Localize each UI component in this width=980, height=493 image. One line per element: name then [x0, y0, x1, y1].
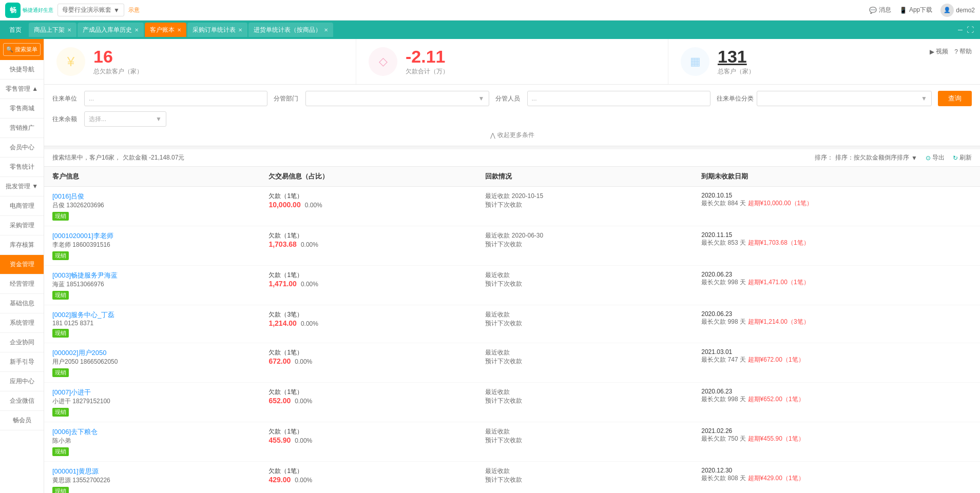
tab-close-purchase-order[interactable]: ✕ — [238, 27, 242, 33]
supplier-label: 往来单位 — [52, 94, 81, 103]
debt-amount[interactable]: 455.90 — [268, 436, 291, 444]
tag-green: 现销 — [52, 447, 69, 456]
card2-icon: ◇ — [369, 47, 397, 76]
customer-name-link[interactable]: [000001]黄思源 — [52, 467, 99, 475]
sidebar-item-quick-nav[interactable]: 快捷导航 — [0, 60, 44, 80]
table-row: [000002]用户2050 用户2050 18665062050 现销 欠款（… — [44, 343, 980, 383]
customer-name-link[interactable]: [0001020001]李老师 — [52, 232, 113, 240]
supplier-type-select[interactable]: ▼ — [757, 91, 932, 106]
table-row: [0016]吕俊 吕俊 13026203696 现销 欠款（1笔） 10,000… — [44, 187, 980, 226]
supplier-input[interactable]: ... — [84, 91, 267, 106]
card1-label: 总欠款客户（家） — [93, 67, 143, 76]
overdue-amount-link[interactable]: 超期¥672.00（1笔） — [748, 356, 804, 363]
message-btn[interactable]: 💬 消息 — [869, 6, 891, 14]
card3-video-btn[interactable]: ▶ 视频 — [930, 47, 948, 56]
debt-amount[interactable]: 672.00 — [268, 357, 291, 365]
tab-customer-account[interactable]: 客户账本 ✕ — [145, 23, 186, 37]
customer-name-link[interactable]: [000002]用户2050 — [52, 349, 107, 357]
logo-text: 畅捷通好生意 — [23, 7, 53, 13]
summary-card-3: ▦ 131 总客户（家） ▶ 视频 ? 帮助 — [668, 39, 980, 84]
app-selector[interactable]: 母婴行业演示账套 ▼ — [57, 4, 124, 16]
sort-select[interactable]: 排序： 排序：按欠款金额倒序排序 ▼ — [815, 153, 917, 162]
table-row: [0002]服务中心_丁磊 181 0125 8371 现销 欠款（3笔） 1,… — [44, 305, 980, 343]
sidebar-item-retail-stats[interactable]: 零售统计 — [0, 157, 44, 177]
customer-name-link[interactable]: [0003]畅捷服务尹海蓝 — [52, 271, 118, 279]
tab-bar-expand[interactable]: ⛶ — [967, 26, 974, 34]
sidebar-item-purchase-mgmt[interactable]: 采购管理 — [0, 216, 44, 235]
collapse-btn[interactable]: ⋀ 收起更多条件 — [490, 131, 534, 140]
sidebar-item-retail-store[interactable]: 零售商城 — [0, 99, 44, 119]
summary-card-1: ¥ 16 总欠款客户（家） — [44, 39, 356, 84]
tag-green: 现销 — [52, 212, 69, 221]
tab-product-off[interactable]: 商品上下架 ✕ — [29, 23, 76, 37]
card1-number: 16 — [93, 48, 143, 65]
card1-icon: ¥ — [56, 47, 85, 76]
tab-close-product-off[interactable]: ✕ — [67, 27, 71, 33]
sidebar-item-enterprise-coop[interactable]: 企业协同 — [0, 333, 44, 352]
sidebar-item-inventory[interactable]: 库存核算 — [0, 235, 44, 255]
debt-amount[interactable]: 429.00 — [268, 476, 291, 484]
debt-amount[interactable]: 1,471.00 — [268, 280, 297, 288]
person-label: 分管人员 — [495, 94, 524, 103]
overdue-amount-link[interactable]: 超期¥1,471.00（1笔） — [748, 279, 810, 286]
overdue-amount-link[interactable]: 超期¥1,703.68（1笔） — [748, 239, 810, 246]
app-download-btn[interactable]: 📱 App下载 — [899, 6, 932, 14]
table-header: 客户信息 欠交易信息（占比） 回款情况 到期未收款日期 — [44, 167, 980, 187]
sidebar-item-new-guide[interactable]: 新手引导 — [0, 352, 44, 372]
overdue-amount-link[interactable]: 超期¥429.00（1笔） — [748, 475, 804, 482]
dept-label: 分管部门 — [274, 94, 302, 103]
tab-purchase-stats[interactable]: 进货单统计表（按商品） ✕ — [248, 23, 333, 37]
overdue-amount-link[interactable]: 超期¥455.90（1笔） — [748, 435, 804, 442]
debt-amount[interactable]: 10,000.00 — [268, 201, 300, 209]
summary-card-2: ◇ -2.11 欠款合计（万） — [356, 39, 668, 84]
tab-close-customer-account[interactable]: ✕ — [177, 27, 181, 33]
tab-close-purchase-stats[interactable]: ✕ — [324, 27, 328, 33]
dept-select[interactable]: ▼ — [305, 91, 489, 106]
customer-name-link[interactable]: [0016]吕俊 — [52, 192, 84, 200]
person-input[interactable]: ... — [527, 91, 710, 106]
debt-amount[interactable]: 1,214.00 — [268, 319, 297, 327]
sidebar-item-member-vip[interactable]: 畅会员 — [0, 411, 44, 430]
balance-select[interactable]: 选择... ▼ — [84, 111, 166, 127]
results-summary: 搜索结果中，客户16家， 欠款金额 -21,148.07元 — [52, 153, 184, 162]
sidebar-item-ops-mgmt[interactable]: 经营管理 — [0, 274, 44, 294]
tab-product-history[interactable]: 产成品入库单历史 ✕ — [78, 23, 144, 37]
refresh-btn[interactable]: ↻ 刷新 — [953, 153, 972, 162]
card2-number: -2.11 — [406, 48, 449, 65]
table-row: [0003]畅捷服务尹海蓝 海蓝 18513066976 现销 欠款（1笔） 1… — [44, 266, 980, 305]
sidebar-item-member-center[interactable]: 会员中心 — [0, 138, 44, 157]
debt-amount[interactable]: 652.00 — [268, 397, 291, 405]
card3-icon: ▦ — [681, 47, 709, 76]
sidebar-item-enterprise-wechat[interactable]: 企业微信 — [0, 391, 44, 411]
logo-icon: 畅 — [5, 3, 21, 18]
tab-bar-collapse[interactable]: – — [958, 25, 963, 34]
overdue-amount-link[interactable]: 超期¥10,000.00（1笔） — [748, 200, 813, 207]
debt-amount[interactable]: 1,703.68 — [268, 240, 297, 248]
sidebar-item-basic-info[interactable]: 基础信息 — [0, 294, 44, 313]
sidebar-item-ecom-mgmt[interactable]: 电商管理 — [0, 196, 44, 216]
tab-purchase-order[interactable]: 采购订单统计表 ✕ — [187, 23, 247, 37]
card3-label: 总客户（家） — [718, 67, 755, 76]
sidebar-item-finance[interactable]: 资金管理 — [0, 255, 44, 274]
sidebar-item-marketing[interactable]: 营销推广 — [0, 119, 44, 138]
tab-close-product-history[interactable]: ✕ — [134, 27, 139, 33]
customer-name-link[interactable]: [0007]小进干 — [52, 388, 91, 396]
tag-green: 现销 — [52, 487, 69, 493]
user-avatar[interactable]: 👤 demo2 — [940, 4, 975, 17]
sidebar-item-sys-mgmt[interactable]: 系统管理 — [0, 313, 44, 333]
card3-help-btn[interactable]: ? 帮助 — [954, 47, 972, 56]
tag-green: 现销 — [52, 368, 69, 377]
sidebar-item-app-center[interactable]: 应用中心 — [0, 372, 44, 391]
card2-label: 欠款合计（万） — [406, 67, 449, 76]
sidebar-item-retail-mgmt[interactable]: 零售管理 ▲ — [0, 80, 44, 99]
sidebar-item-batch-mgmt[interactable]: 批发管理 ▼ — [0, 177, 44, 196]
search-btn[interactable]: 查询 — [938, 91, 972, 106]
search-menu-btn[interactable]: 🔍 搜索菜单 — [0, 39, 44, 60]
customer-name-link[interactable]: [0006]去下粮仓 — [52, 428, 98, 436]
overdue-amount-link[interactable]: 超期¥1,214.00（3笔） — [748, 318, 810, 325]
tab-home[interactable]: 首页 — [2, 23, 29, 37]
export-btn[interactable]: ⊙ 导出 — [926, 153, 945, 162]
overdue-amount-link[interactable]: 超期¥652.00（1笔） — [748, 396, 804, 403]
customer-name-link[interactable]: [0002]服务中心_丁磊 — [52, 311, 114, 319]
sidebar-toggle[interactable]: 示意 — [128, 6, 140, 14]
